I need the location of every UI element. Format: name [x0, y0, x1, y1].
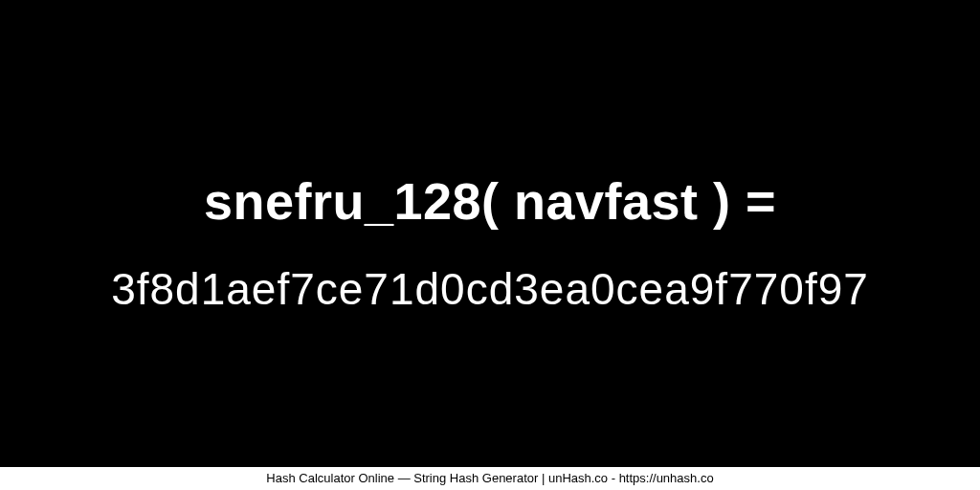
hash-result: 3f8d1aef7ce71d0cd3ea0cea9f770f97 — [111, 263, 869, 315]
footer-bar: Hash Calculator Online — String Hash Gen… — [0, 467, 980, 490]
footer-text: Hash Calculator Online — String Hash Gen… — [266, 471, 713, 485]
card-container: snefru_128( navfast ) = 3f8d1aef7ce71d0c… — [0, 0, 980, 490]
hash-expression: snefru_128( navfast ) = — [204, 171, 776, 231]
main-content: snefru_128( navfast ) = 3f8d1aef7ce71d0c… — [0, 0, 980, 467]
